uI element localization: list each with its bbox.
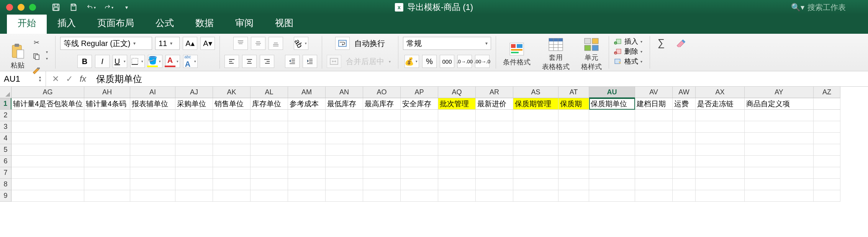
cell-AU5[interactable] <box>589 144 635 156</box>
cell-AV8[interactable] <box>635 179 673 190</box>
tab-视图[interactable]: 视图 <box>264 13 304 34</box>
align-center-button[interactable] <box>242 55 257 68</box>
cell-AW9[interactable] <box>673 190 696 202</box>
cell-AY6[interactable] <box>745 156 814 167</box>
row-header-3[interactable]: 3 <box>0 121 11 133</box>
cell-AU8[interactable] <box>589 179 635 190</box>
cell-AZ9[interactable] <box>814 190 840 202</box>
cell-AP2[interactable] <box>401 110 438 121</box>
tab-插入[interactable]: 插入 <box>47 13 87 34</box>
cell-AU1[interactable]: 保质期单位 <box>589 98 635 110</box>
cell-AS9[interactable] <box>513 190 558 202</box>
increase-font-button[interactable]: A▴ <box>183 37 197 50</box>
cell-AM5[interactable] <box>288 144 326 156</box>
cell-AN9[interactable] <box>326 190 363 202</box>
cell-AY4[interactable] <box>745 133 814 144</box>
fx-button[interactable]: fx <box>80 74 86 84</box>
cell-AX5[interactable] <box>696 144 745 156</box>
cell-AJ9[interactable] <box>175 190 213 202</box>
name-box[interactable]: AU1 ▲▼ <box>0 71 46 86</box>
cell-AS6[interactable] <box>513 156 558 167</box>
column-header-AL[interactable]: AL <box>251 87 288 98</box>
cell-AK5[interactable] <box>213 144 251 156</box>
cell-AP6[interactable] <box>401 156 438 167</box>
column-header-AV[interactable]: AV <box>635 87 673 98</box>
cell-AY8[interactable] <box>745 179 814 190</box>
cell-AJ7[interactable] <box>175 167 213 179</box>
cell-AS7[interactable] <box>513 167 558 179</box>
cell-AW6[interactable] <box>673 156 696 167</box>
cell-AR5[interactable] <box>476 144 513 156</box>
cell-AJ6[interactable] <box>175 156 213 167</box>
cell-AJ4[interactable] <box>175 133 213 144</box>
cell-AO7[interactable] <box>363 167 401 179</box>
row-header-8[interactable]: 8 <box>0 179 11 190</box>
autosum-button[interactable]: ∑ <box>655 37 668 48</box>
cell-AI1[interactable]: 报表辅单位 <box>130 98 175 110</box>
cell-AK6[interactable] <box>213 156 251 167</box>
cell-AO1[interactable]: 最高库存 <box>363 98 401 110</box>
cell-AK9[interactable] <box>213 190 251 202</box>
comma-button[interactable]: 000 <box>440 55 454 68</box>
column-header-AR[interactable]: AR <box>476 87 513 98</box>
cell-AV5[interactable] <box>635 144 673 156</box>
cell-AP1[interactable]: 安全库存 <box>401 98 438 110</box>
cell-AJ3[interactable] <box>175 121 213 133</box>
merge-cells-button[interactable] <box>327 55 341 68</box>
cell-AQ3[interactable] <box>438 121 476 133</box>
cell-AH6[interactable] <box>84 156 130 167</box>
column-header-AM[interactable]: AM <box>288 87 326 98</box>
cell-AU3[interactable] <box>589 121 635 133</box>
cell-AX2[interactable] <box>696 110 745 121</box>
cell-AY5[interactable] <box>745 144 814 156</box>
search-input[interactable] <box>807 3 861 12</box>
percent-button[interactable]: % <box>422 55 437 68</box>
column-header-AI[interactable]: AI <box>130 87 175 98</box>
cell-AZ5[interactable] <box>814 144 840 156</box>
column-header-AT[interactable]: AT <box>558 87 589 98</box>
cell-AI8[interactable] <box>130 179 175 190</box>
cell-AQ9[interactable] <box>438 190 476 202</box>
cell-AM8[interactable] <box>288 179 326 190</box>
cell-AG9[interactable] <box>11 190 84 202</box>
cell-AN3[interactable] <box>326 121 363 133</box>
cell-AU6[interactable] <box>589 156 635 167</box>
cell-AP5[interactable] <box>401 144 438 156</box>
decrease-decimal-button[interactable]: .00→.0 <box>475 55 490 68</box>
increase-indent-button[interactable] <box>303 55 317 68</box>
cell-AM6[interactable] <box>288 156 326 167</box>
align-bottom-button[interactable] <box>269 37 283 50</box>
cell-AX1[interactable]: 是否走冻链 <box>696 98 745 110</box>
cell-AK7[interactable] <box>213 167 251 179</box>
cell-AR6[interactable] <box>476 156 513 167</box>
cell-AW1[interactable]: 运费 <box>673 98 696 110</box>
cell-AO6[interactable] <box>363 156 401 167</box>
cell-AV6[interactable] <box>635 156 673 167</box>
cell-AS8[interactable] <box>513 179 558 190</box>
cell-AH4[interactable] <box>84 133 130 144</box>
cell-AV2[interactable] <box>635 110 673 121</box>
qat-customize-icon[interactable]: ▾ <box>122 3 131 12</box>
delete-cells-button[interactable]: ×删除▾ <box>614 47 645 56</box>
cell-AW4[interactable] <box>673 133 696 144</box>
cell-AN4[interactable] <box>326 133 363 144</box>
cell-AN6[interactable] <box>326 156 363 167</box>
cell-AL2[interactable] <box>251 110 288 121</box>
row-header-1[interactable]: 1 <box>0 98 11 110</box>
cell-AS1[interactable]: 保质期管理 <box>513 98 558 110</box>
maximize-window-button[interactable] <box>29 4 36 11</box>
orientation-button[interactable]: ab <box>294 37 308 50</box>
conditional-format-button[interactable]: 条件格式 <box>501 41 533 67</box>
cell-AI4[interactable] <box>130 133 175 144</box>
row-header-6[interactable]: 6 <box>0 156 11 167</box>
cell-AU9[interactable] <box>589 190 635 202</box>
cell-AY2[interactable] <box>745 110 814 121</box>
number-format-combo[interactable]: 常规▾ <box>403 37 491 50</box>
cell-AZ3[interactable] <box>814 121 840 133</box>
font-size-combo[interactable]: 11▾ <box>155 37 180 50</box>
paste-button[interactable]: 粘贴 <box>8 42 27 71</box>
enter-formula-button[interactable]: ✓ <box>66 74 73 84</box>
cell-AU7[interactable] <box>589 167 635 179</box>
select-all-corner[interactable] <box>0 87 11 98</box>
cell-AV3[interactable] <box>635 121 673 133</box>
